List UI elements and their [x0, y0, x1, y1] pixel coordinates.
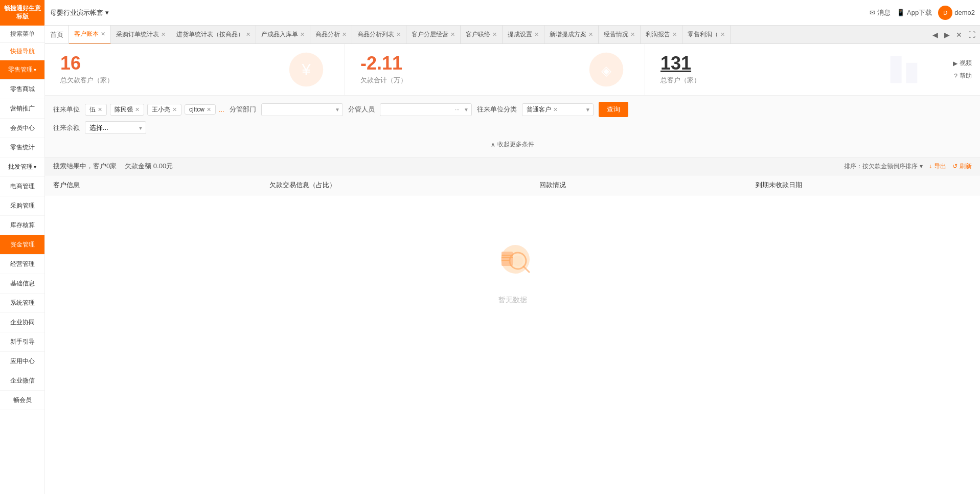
tab-home[interactable]: 首页	[45, 26, 69, 44]
sidebar-item-basic-info[interactable]: 基础信息	[0, 274, 44, 294]
sidebar-item-finance[interactable]: 资金管理	[0, 235, 44, 255]
dept-filter-input[interactable]	[261, 103, 343, 116]
export-btn[interactable]: ↓ 导出	[929, 162, 946, 171]
operation-tab-label: 经营情况	[604, 30, 628, 39]
quick-nav[interactable]: 快捷导航	[0, 43, 44, 60]
sort-btn[interactable]: 排序：按欠款金额倒序排序 ▾	[844, 162, 923, 171]
tab-improve-settings[interactable]: 提成设置 ✕	[503, 26, 544, 44]
message-icon: ✉	[870, 9, 875, 16]
close-tab-inbound[interactable]: ✕	[246, 31, 250, 38]
close-tab-product-analysis[interactable]: ✕	[342, 31, 347, 38]
remove-unit-tag-wang[interactable]: ✕	[172, 106, 177, 113]
close-tab-product-list[interactable]: ✕	[396, 31, 401, 38]
sidebar-item-operation[interactable]: 经营管理	[0, 255, 44, 274]
sidebar-item-retail-stats[interactable]: 零售统计	[0, 138, 44, 158]
remove-unit-tag-chen[interactable]: ✕	[135, 106, 140, 113]
phone-icon: 📱	[897, 9, 905, 16]
total-customers-value: 131	[660, 54, 691, 73]
person-filter-more-icon: ···	[455, 106, 460, 113]
next-tab-btn[interactable]: ▶	[942, 30, 952, 40]
sidebar-item-inventory[interactable]: 库存核算	[0, 216, 44, 235]
tab-inbound-stats[interactable]: 进货单统计表（按商品） ✕	[171, 26, 256, 44]
export-label: 导出	[934, 162, 946, 171]
close-tab-retail-profit[interactable]: ✕	[720, 31, 725, 38]
unit-tag-cjttcw: cjttcw ✕	[185, 104, 216, 115]
remove-category-tag[interactable]: ✕	[553, 106, 558, 113]
search-menu[interactable]: 搜索菜单	[0, 26, 44, 43]
tabs-controls: ◀ ▶ ✕ ⛶	[928, 30, 980, 40]
sidebar-item-premium[interactable]: 畅会员	[0, 391, 44, 410]
sidebar-item-ecommerce[interactable]: 电商管理	[0, 177, 44, 196]
production-tab-label: 产成品入库单	[261, 30, 298, 39]
collapse-filters-btn[interactable]: ∧ 收起更多条件	[53, 138, 972, 151]
tab-customer-segment[interactable]: 客户分层经营 ✕	[406, 26, 461, 44]
close-tab-customer-segment[interactable]: ✕	[450, 31, 455, 38]
remove-unit-tag-cjttcw[interactable]: ✕	[207, 106, 211, 113]
tab-operation-status[interactable]: 经营情况 ✕	[599, 26, 641, 44]
filter-section: 往来单位 伍 ✕ 陈民强 ✕ 王小亮 ✕ cjttcw	[45, 96, 980, 158]
refresh-btn[interactable]: ↺ 刷新	[952, 162, 972, 171]
unit-filter-label: 往来单位	[53, 105, 80, 114]
total-debt-value: -2.11	[360, 54, 402, 73]
customer-account-tab-label: 客户账本	[74, 30, 99, 38]
tab-product-analysis[interactable]: 商品分析 ✕	[310, 26, 352, 44]
tab-retail-profit[interactable]: 零售利润（ ✕	[682, 26, 731, 44]
user-avatar-area[interactable]: D demo2	[938, 6, 975, 20]
tab-profit-report[interactable]: 利润报告 ✕	[641, 26, 682, 44]
sidebar-item-system[interactable]: 系统管理	[0, 294, 44, 313]
balance-select-wrapper: 选择...	[85, 121, 146, 134]
tab-production-inbound[interactable]: 产成品入库单 ✕	[256, 26, 310, 44]
refresh-icon: ↺	[952, 163, 958, 170]
col-header-debt: 欠款交易信息（占比）	[269, 181, 540, 190]
result-count: 搜索结果中，客户0家	[53, 162, 117, 171]
close-tab-operation[interactable]: ✕	[630, 31, 635, 38]
sidebar-item-retail-mall[interactable]: 零售商城	[0, 80, 44, 99]
fullscreen-btn[interactable]: ⛶	[966, 30, 977, 40]
account-dropdown[interactable]: 母婴行业演示帐套 ▾	[50, 8, 109, 17]
remove-unit-tag-wu[interactable]: ✕	[98, 106, 102, 113]
help-btn[interactable]: ? 帮助	[954, 72, 972, 80]
close-tab-profit[interactable]: ✕	[672, 31, 677, 38]
close-tab-new-improve[interactable]: ✕	[588, 31, 593, 38]
unit-tag-wang: 王小亮 ✕	[147, 104, 181, 116]
sidebar-item-wholesale-mgmt[interactable]: 批发管理 ▾	[0, 158, 44, 177]
sidebar-item-enterprise[interactable]: 企业协同	[0, 313, 44, 332]
unit-filter-more[interactable]: ...	[219, 106, 224, 114]
user-name: demo2	[954, 9, 975, 16]
prev-tab-btn[interactable]: ◀	[930, 30, 940, 40]
close-tab-customer-account[interactable]: ✕	[101, 31, 105, 37]
tab-new-improve[interactable]: 新增提成方案 ✕	[544, 26, 599, 44]
close-tab-purchase-order[interactable]: ✕	[161, 31, 166, 38]
sidebar-item-marketing[interactable]: 营销推广	[0, 99, 44, 119]
sidebar-item-app-center[interactable]: 应用中心	[0, 352, 44, 371]
empty-illustration	[487, 236, 538, 287]
search-button[interactable]: 查询	[599, 102, 628, 117]
sidebar-item-wechat[interactable]: 企业微信	[0, 371, 44, 391]
col-header-customer: 客户信息	[53, 181, 269, 190]
app-download-btn[interactable]: 📱 App下载	[897, 8, 932, 17]
sidebar-item-newbie[interactable]: 新手引导	[0, 332, 44, 352]
close-tab-production[interactable]: ✕	[300, 31, 305, 38]
total-debtors-label: 总欠款客户（家）	[60, 76, 113, 85]
sort-label: 排序：按欠款金额倒序排序	[844, 162, 918, 171]
sort-icon: ▾	[920, 163, 923, 170]
close-all-tabs-btn[interactable]: ✕	[954, 30, 964, 40]
sidebar-item-purchase[interactable]: 采购管理	[0, 196, 44, 216]
close-tab-customer-contact[interactable]: ✕	[492, 31, 497, 38]
product-analysis-tab-label: 商品分析	[315, 30, 340, 39]
close-tab-improve[interactable]: ✕	[534, 31, 539, 38]
video-btn[interactable]: ▶ 视频	[953, 59, 972, 68]
dept-filter-label: 分管部门	[230, 105, 256, 114]
sidebar-item-member[interactable]: 会员中心	[0, 119, 44, 138]
customer-contact-tab-label: 客户联络	[466, 30, 490, 39]
tab-purchase-order-stats[interactable]: 采购订单统计表 ✕	[111, 26, 171, 44]
balance-select[interactable]: 选择...	[85, 121, 146, 134]
sidebar-item-retail-mgmt[interactable]: 零售管理 ▾	[0, 60, 44, 80]
message-btn[interactable]: ✉ 消息	[870, 8, 891, 17]
tab-customer-contact[interactable]: 客户联络 ✕	[461, 26, 503, 44]
tabs-bar: 首页 客户账本 ✕ 采购订单统计表 ✕ 进货单统计表（按商品） ✕ 产成品入库单…	[45, 26, 980, 44]
empty-state: 暂无数据	[45, 195, 980, 346]
tab-product-analysis-list[interactable]: 商品分析列表 ✕	[352, 26, 406, 44]
tab-customer-account[interactable]: 客户账本 ✕	[69, 26, 111, 44]
svg-point-14	[513, 256, 523, 266]
